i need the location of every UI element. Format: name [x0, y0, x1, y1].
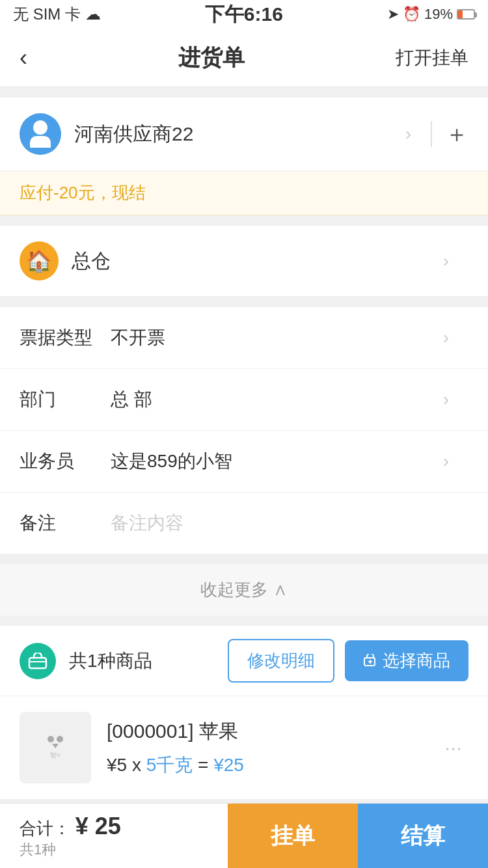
- supplier-divider: [431, 121, 432, 147]
- products-icon: [20, 643, 56, 679]
- invoice-type-value: 不开票: [111, 325, 443, 350]
- cart-icon: [363, 654, 377, 668]
- hang-button[interactable]: 挂单: [228, 804, 358, 869]
- total-row: 合计： ¥ 25: [20, 813, 208, 840]
- products-section: 共1种商品 修改明细 选择商品 智+: [0, 626, 488, 799]
- salesperson-chevron-icon: ›: [443, 451, 449, 472]
- status-left: 无 SIM 卡 ☁: [13, 4, 101, 25]
- supplier-name: 河南供应商22: [74, 121, 405, 148]
- form-section: 票据类型 不开票 › 部门 总 部 › 业务员 这是859的小智 › 备注 备注…: [0, 306, 488, 554]
- products-header: 共1种商品 修改明细 选择商品: [0, 626, 488, 696]
- nav-bar: ‹ 进货单 打开挂单: [0, 29, 488, 87]
- salesperson-label: 业务员: [20, 449, 111, 474]
- department-value: 总 部: [111, 387, 443, 412]
- status-right: ➤ ⏰ 19%: [387, 6, 475, 23]
- warehouse-name: 总仓: [72, 248, 443, 275]
- location-icon: ➤: [387, 6, 399, 23]
- supplier-row[interactable]: 河南供应商22 › ＋: [0, 98, 488, 171]
- open-hang-button[interactable]: 打开挂单: [396, 46, 468, 70]
- product-title: 苹果: [199, 720, 238, 742]
- product-info: [0000001] 苹果 ¥5 x 5千克 = ¥25: [107, 718, 438, 778]
- remark-row[interactable]: 备注 备注内容: [0, 492, 488, 554]
- remark-label: 备注: [20, 511, 111, 536]
- total-amount: ¥ 25: [75, 813, 121, 839]
- product-thumbnail: 智+: [20, 712, 91, 783]
- total-section: 合计： ¥ 25 共1种: [0, 813, 228, 860]
- svg-rect-0: [29, 658, 46, 668]
- product-item: 智+ [0000001] 苹果 ¥5 x 5千克 = ¥25 ···: [0, 696, 488, 799]
- department-chevron-icon: ›: [443, 389, 449, 410]
- owl-logo-icon: 智+: [47, 736, 63, 760]
- checkout-button[interactable]: 结算: [358, 804, 488, 869]
- edit-detail-button[interactable]: 修改明细: [228, 639, 334, 683]
- battery-label: 19%: [424, 6, 453, 23]
- add-supplier-button[interactable]: ＋: [445, 118, 468, 150]
- warehouse-chevron-icon: ›: [443, 251, 449, 271]
- product-code: [0000001]: [107, 720, 193, 742]
- product-equals-icon: =: [198, 755, 213, 775]
- product-quantity: 5千克: [146, 755, 193, 775]
- remark-value: 备注内容: [111, 511, 468, 536]
- total-label: 合计：: [20, 819, 70, 838]
- select-product-label: 选择商品: [383, 649, 450, 672]
- warehouse-icon: 🏠: [20, 241, 59, 280]
- supplier-chevron-icon: ›: [405, 124, 411, 144]
- person-icon: [30, 120, 51, 148]
- warehouse-section: 🏠 总仓 ›: [0, 226, 488, 296]
- product-name: [0000001] 苹果: [107, 718, 438, 745]
- salesperson-row[interactable]: 业务员 这是859的小智 ›: [0, 430, 488, 492]
- product-price: ¥5 x 5千克 = ¥25: [107, 753, 438, 778]
- warehouse-row[interactable]: 🏠 总仓 ›: [0, 226, 488, 296]
- salesperson-value: 这是859的小智: [111, 449, 443, 474]
- product-multiply-icon: x: [132, 755, 146, 775]
- invoice-type-chevron-icon: ›: [443, 327, 449, 348]
- status-time: 下午6:16: [205, 1, 283, 28]
- invoice-type-row[interactable]: 票据类型 不开票 ›: [0, 306, 488, 368]
- supplier-section: 河南供应商22 › ＋ 应付-20元，现结: [0, 98, 488, 215]
- products-count: 共1种商品: [69, 649, 228, 673]
- alarm-icon: ⏰: [403, 6, 420, 23]
- bottom-bar: 合计： ¥ 25 共1种 挂单 结算: [0, 803, 488, 868]
- sim-label: 无 SIM 卡 ☁: [13, 4, 101, 25]
- status-bar: 无 SIM 卡 ☁ 下午6:16 ➤ ⏰ 19%: [0, 0, 488, 29]
- total-count: 共1种: [20, 840, 208, 860]
- select-product-button[interactable]: 选择商品: [345, 640, 468, 681]
- department-label: 部门: [20, 387, 111, 412]
- back-button[interactable]: ‹: [20, 44, 27, 72]
- invoice-type-label: 票据类型: [20, 325, 111, 350]
- page-title: 进货单: [178, 43, 245, 73]
- product-total: ¥25: [213, 755, 244, 775]
- supplier-notice: 应付-20元，现结: [0, 171, 488, 215]
- supplier-avatar: [20, 113, 61, 155]
- product-unit-price: ¥5: [107, 755, 127, 775]
- product-more-button[interactable]: ···: [438, 729, 468, 766]
- collapse-row[interactable]: 收起更多 ∧: [0, 564, 488, 616]
- department-row[interactable]: 部门 总 部 ›: [0, 368, 488, 430]
- battery-icon: [457, 9, 475, 20]
